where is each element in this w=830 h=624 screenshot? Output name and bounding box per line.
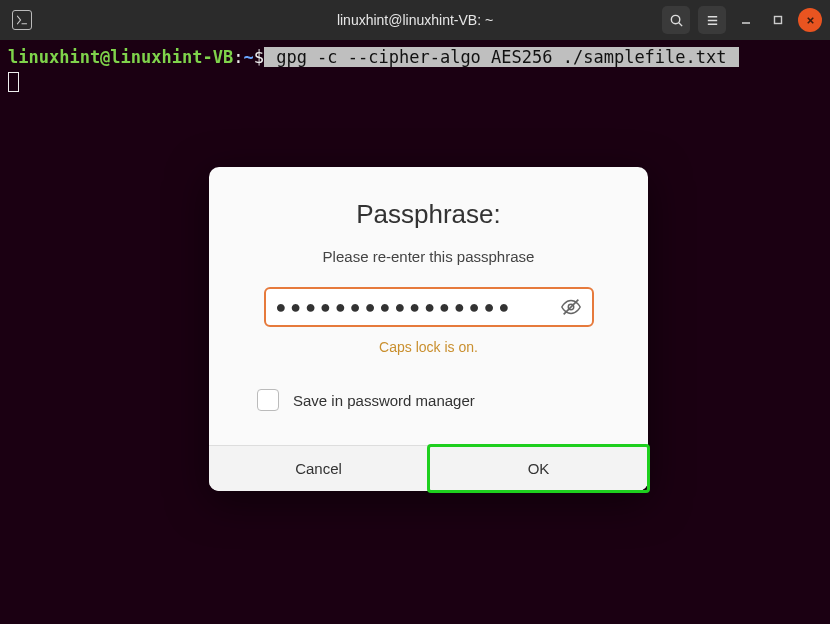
passphrase-input[interactable] — [276, 297, 560, 318]
save-password-checkbox[interactable] — [257, 389, 279, 411]
ok-button[interactable]: OK — [429, 446, 648, 491]
toggle-visibility-button[interactable] — [560, 296, 582, 318]
terminal-cursor — [8, 72, 19, 92]
titlebar: linuxhint@linuxhint-VB: ~ — [0, 0, 830, 40]
prompt-symbol: $ — [254, 47, 264, 67]
dialog-subtitle: Please re-enter this passphrase — [237, 248, 620, 265]
prompt-path: ~ — [243, 47, 253, 67]
cancel-button-label: Cancel — [295, 460, 342, 477]
eye-off-icon — [560, 296, 582, 318]
terminal-window: linuxhint@linuxhint-VB: ~ linuxhint@linu… — [0, 0, 830, 624]
passphrase-dialog: Passphrase: Please re-enter this passphr… — [209, 167, 648, 491]
cancel-button[interactable]: Cancel — [209, 446, 429, 491]
caps-lock-warning: Caps lock is on. — [237, 339, 620, 355]
dialog-title: Passphrase: — [237, 199, 620, 230]
command-line: linuxhint@linuxhint-VB:~$ gpg -c --ciphe… — [0, 40, 830, 68]
dialog-main: Passphrase: Please re-enter this passphr… — [209, 167, 648, 445]
password-field-wrap — [264, 287, 594, 327]
save-row: Save in password manager — [257, 389, 620, 411]
window-title: linuxhint@linuxhint-VB: ~ — [0, 12, 830, 28]
command-text: gpg -c --cipher-algo AES256 ./samplefile… — [264, 47, 739, 67]
prompt-user: linuxhint@linuxhint-VB — [8, 47, 233, 67]
save-password-label: Save in password manager — [293, 392, 475, 409]
ok-button-label: OK — [528, 460, 550, 477]
dialog-buttons: Cancel OK — [209, 445, 648, 491]
prompt-sep: : — [233, 47, 243, 67]
